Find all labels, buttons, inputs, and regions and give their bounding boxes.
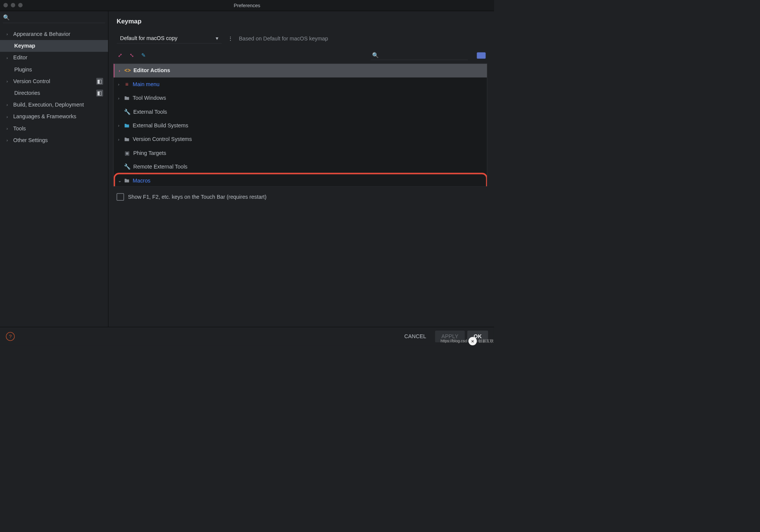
tree-item-label: Macros xyxy=(133,177,150,184)
sidebar-item-label: Version Control xyxy=(13,78,50,85)
sidebar-item-label: Tools xyxy=(13,125,26,132)
window-title: Preferences xyxy=(234,3,260,8)
phing-icon: ▣ xyxy=(124,150,131,156)
window-controls xyxy=(3,3,23,8)
tree-item-external-build-systems[interactable]: › External Build Systems xyxy=(113,119,487,132)
tree-item-phing-targets[interactable]: ▣ Phing Targets xyxy=(113,146,487,160)
tree-item-macros[interactable]: ⌄ Macros xyxy=(113,174,487,186)
tree-item-label: External Tools xyxy=(133,108,167,115)
find-by-shortcut-icon[interactable] xyxy=(477,52,485,59)
tree-item-label: Version Control Systems xyxy=(133,136,192,142)
watermark-brand: 创新互联 xyxy=(478,339,494,344)
chevron-right-icon: › xyxy=(118,82,123,87)
tree-item-label: External Build Systems xyxy=(133,122,188,129)
keymap-scheme-select[interactable]: Default for macOS copy ▾ xyxy=(117,33,222,43)
code-icon: <> xyxy=(124,67,131,74)
folder-icon xyxy=(123,96,130,100)
minimize-window-icon[interactable] xyxy=(11,3,15,8)
chevron-right-icon: › xyxy=(6,126,11,131)
sidebar-item-vcs[interactable]: ›Version Control◧ xyxy=(0,76,108,87)
chevron-right-icon: › xyxy=(6,114,11,119)
tree-item-editor-actions[interactable]: › <> Editor Actions xyxy=(113,63,487,77)
sidebar-item-label: Languages & Frameworks xyxy=(13,113,76,120)
project-badge-icon: ◧ xyxy=(96,90,103,96)
sidebar-item-languages[interactable]: ›Languages & Frameworks xyxy=(0,111,108,122)
chevron-right-icon: › xyxy=(118,96,123,101)
sidebar-item-directories[interactable]: Directories◧ xyxy=(0,87,108,99)
chevron-down-icon: ▾ xyxy=(216,35,218,42)
chevron-right-icon: › xyxy=(118,137,123,142)
touchbar-checkbox-label: Show F1, F2, etc. keys on the Touch Bar … xyxy=(128,194,267,200)
chevron-right-icon: › xyxy=(119,68,124,73)
expand-all-icon[interactable]: ⤢ xyxy=(117,52,124,59)
keymap-scheme-value: Default for macOS copy xyxy=(120,35,178,42)
tree-item-tool-windows[interactable]: › Tool Windows xyxy=(113,91,487,105)
tree-item-label: Tool Windows xyxy=(133,95,166,101)
chevron-right-icon: › xyxy=(6,55,11,60)
chevron-right-icon: › xyxy=(6,102,11,108)
dialog-footer: ? CANCEL APPLY OK xyxy=(0,327,494,346)
collapse-all-icon[interactable]: ⤡ xyxy=(128,52,135,59)
sidebar-search[interactable]: 🔍 xyxy=(0,11,108,27)
tree-item-label: Phing Targets xyxy=(133,150,166,156)
chevron-right-icon: › xyxy=(6,79,11,84)
sidebar-item-label: Plugins xyxy=(14,66,32,73)
menu-icon: ≡ xyxy=(123,81,130,87)
folder-icon xyxy=(123,137,130,142)
watermark-logo-icon: ✕ xyxy=(468,337,477,345)
titlebar: Preferences xyxy=(0,0,494,11)
sidebar-item-plugins[interactable]: Plugins xyxy=(0,63,108,75)
search-icon: 🔍 xyxy=(372,52,379,59)
chevron-right-icon: › xyxy=(6,32,11,37)
watermark-url: https://blog.csd xyxy=(440,339,467,343)
touchbar-checkbox[interactable] xyxy=(117,193,124,201)
sidebar-item-label: Editor xyxy=(13,54,27,61)
sidebar-item-label: Other Settings xyxy=(13,137,48,144)
folder-icon xyxy=(123,123,130,128)
sidebar-item-editor[interactable]: ›Editor xyxy=(0,52,108,63)
project-badge-icon: ◧ xyxy=(96,78,103,85)
wrench-icon: 🔧 xyxy=(124,164,131,170)
folder-icon xyxy=(123,178,130,183)
sidebar-item-other-settings[interactable]: ›Other Settings xyxy=(0,135,108,146)
sidebar-item-keymap[interactable]: Keymap xyxy=(0,40,108,52)
edit-icon[interactable]: ✎ xyxy=(140,52,147,59)
based-on-label: Based on Default for macOS keymap xyxy=(239,35,328,42)
tree-item-label: Main menu xyxy=(133,81,159,87)
sidebar-item-label: Directories xyxy=(14,90,40,96)
actions-search-input[interactable]: 🔍 xyxy=(371,51,468,60)
chevron-right-icon: › xyxy=(118,123,123,128)
chevron-down-icon: ⌄ xyxy=(118,178,123,183)
close-window-icon[interactable] xyxy=(3,3,8,8)
actions-tree[interactable]: › <> Editor Actions › ≡ Main menu › Tool… xyxy=(113,63,487,186)
watermark: https://blog.csd ✕ 创新互联 xyxy=(440,337,494,345)
tree-item-label: Remote External Tools xyxy=(133,164,187,170)
sidebar-item-build[interactable]: ›Build, Execution, Deployment xyxy=(0,99,108,111)
cancel-button[interactable]: CANCEL xyxy=(398,331,433,342)
sidebar-item-tools[interactable]: ›Tools xyxy=(0,122,108,134)
help-icon[interactable]: ? xyxy=(6,332,15,341)
tree-item-vcs[interactable]: › Version Control Systems xyxy=(113,132,487,146)
tree-item-label: Editor Actions xyxy=(133,67,170,74)
page-title: Keymap xyxy=(117,17,486,25)
tree-item-external-tools[interactable]: 🔧 External Tools xyxy=(113,105,487,119)
scheme-actions-icon[interactable]: ⋮ xyxy=(228,35,233,42)
chevron-right-icon: › xyxy=(6,138,11,143)
sidebar-item-appearance[interactable]: ›Appearance & Behavior xyxy=(0,28,108,40)
main-panel: Keymap Default for macOS copy ▾ ⋮ Based … xyxy=(108,11,494,327)
search-icon: 🔍 xyxy=(3,14,10,21)
sidebar-item-label: Build, Execution, Deployment xyxy=(13,102,84,108)
tree-item-main-menu[interactable]: › ≡ Main menu xyxy=(113,77,487,91)
wrench-icon: 🔧 xyxy=(124,108,131,115)
zoom-window-icon[interactable] xyxy=(18,3,23,8)
sidebar-item-label: Keymap xyxy=(14,43,36,49)
tree-item-remote-external-tools[interactable]: 🔧 Remote External Tools xyxy=(113,160,487,173)
sidebar-item-label: Appearance & Behavior xyxy=(13,31,70,37)
preferences-sidebar: 🔍 ›Appearance & Behavior Keymap ›Editor … xyxy=(0,11,108,327)
